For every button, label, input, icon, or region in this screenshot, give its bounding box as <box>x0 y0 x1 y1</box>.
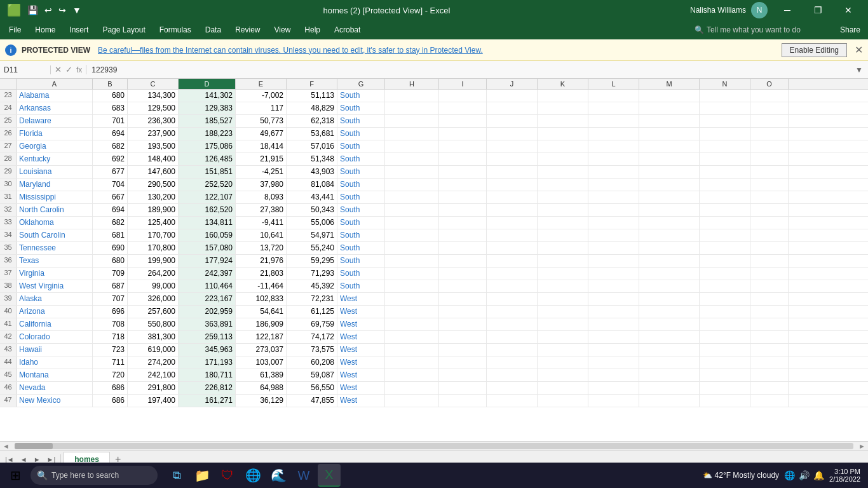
cell-n[interactable] <box>700 356 750 369</box>
cell-a[interactable]: North Carolin <box>17 204 93 216</box>
cell-d[interactable]: 151,851 <box>179 166 236 178</box>
cell-b[interactable]: 690 <box>93 242 128 254</box>
protected-view-close[interactable]: ✕ <box>855 44 863 56</box>
table-row[interactable]: 23 Alabama 680 134,300 141,302 -7,002 51… <box>0 90 868 102</box>
cell-o[interactable] <box>750 102 789 114</box>
cell-k[interactable] <box>538 293 588 305</box>
cell-h[interactable] <box>385 166 439 178</box>
h-scroll-left[interactable]: ◄ <box>0 442 12 450</box>
cell-d[interactable]: 177,924 <box>179 255 236 267</box>
col-header-f[interactable]: F <box>287 79 337 89</box>
cell-j[interactable] <box>487 280 538 292</box>
cell-e[interactable]: 27,380 <box>236 204 287 216</box>
cell-c[interactable]: 125,400 <box>128 217 179 229</box>
cell-g[interactable]: West <box>337 293 385 305</box>
cell-a[interactable]: Montana <box>17 369 93 381</box>
cell-g[interactable]: South <box>337 204 385 216</box>
cell-o[interactable] <box>750 395 789 407</box>
col-header-n[interactable]: N <box>700 79 750 89</box>
volume-icon[interactable]: 🔊 <box>799 470 810 480</box>
cell-c[interactable]: 197,400 <box>128 395 179 407</box>
cell-h[interactable] <box>385 115 439 127</box>
formula-confirm-icon[interactable]: ✓ <box>65 65 72 74</box>
cell-i[interactable] <box>439 395 487 407</box>
cell-h[interactable] <box>385 369 439 381</box>
cell-b[interactable]: 720 <box>93 369 128 381</box>
cell-i[interactable] <box>439 140 487 152</box>
mcafee-app[interactable]: 🛡 <box>216 464 239 487</box>
cell-i[interactable] <box>439 280 487 292</box>
cell-f[interactable]: 43,441 <box>287 191 337 203</box>
cell-o[interactable] <box>750 140 789 152</box>
menu-formulas[interactable]: Formulas <box>153 23 198 37</box>
cell-g[interactable]: South <box>337 140 385 152</box>
cell-n[interactable] <box>700 280 750 292</box>
cell-m[interactable] <box>639 293 700 305</box>
cell-n[interactable] <box>700 395 750 407</box>
cell-a[interactable]: Texas <box>17 255 93 267</box>
cell-m[interactable] <box>639 318 700 330</box>
cell-d[interactable]: 259,113 <box>179 331 236 343</box>
cell-e[interactable]: 54,641 <box>236 306 287 318</box>
save-quick-btn[interactable]: 💾 <box>25 4 40 17</box>
cell-f[interactable]: 53,681 <box>287 128 337 140</box>
cell-h[interactable] <box>385 229 439 241</box>
cell-k[interactable] <box>538 318 588 330</box>
cell-e[interactable]: 8,093 <box>236 191 287 203</box>
cell-j[interactable] <box>487 318 538 330</box>
cell-j[interactable] <box>487 255 538 267</box>
table-row[interactable]: 36 Texas 680 199,900 177,924 21,976 59,2… <box>0 255 868 268</box>
cell-k[interactable] <box>538 229 588 241</box>
cell-n[interactable] <box>700 268 750 280</box>
cell-f[interactable]: 51,113 <box>287 90 337 102</box>
col-header-d[interactable]: D <box>179 79 236 89</box>
cell-b[interactable]: 708 <box>93 318 128 330</box>
cell-m[interactable] <box>639 140 700 152</box>
cell-b[interactable]: 704 <box>93 179 128 191</box>
cell-m[interactable] <box>639 242 700 254</box>
cell-d[interactable]: 126,485 <box>179 153 236 165</box>
cell-f[interactable]: 59,295 <box>287 255 337 267</box>
formula-insert-function-icon[interactable]: fx <box>76 65 82 74</box>
cell-i[interactable] <box>439 306 487 318</box>
h-scroll-thumb[interactable] <box>15 443 853 449</box>
cell-m[interactable] <box>639 90 700 102</box>
cell-a[interactable]: Maryland <box>17 179 93 191</box>
cell-h[interactable] <box>385 268 439 280</box>
cell-b[interactable]: 696 <box>93 306 128 318</box>
undo-btn[interactable]: ↩ <box>43 4 54 17</box>
h-scroll-right[interactable]: ► <box>856 442 868 450</box>
cell-o[interactable] <box>750 268 789 280</box>
cell-o[interactable] <box>750 306 789 318</box>
cell-e[interactable]: 186,909 <box>236 318 287 330</box>
cell-n[interactable] <box>700 382 750 394</box>
cell-e[interactable]: -11,464 <box>236 280 287 292</box>
table-row[interactable]: 24 Arkansas 683 129,500 129,383 117 48,8… <box>0 102 868 115</box>
cell-c[interactable]: 148,400 <box>128 153 179 165</box>
cell-j[interactable] <box>487 102 538 114</box>
cell-l[interactable] <box>588 369 639 381</box>
cell-b[interactable]: 707 <box>93 293 128 305</box>
network-icon[interactable]: 🌐 <box>784 470 795 480</box>
cell-h[interactable] <box>385 280 439 292</box>
cell-i[interactable] <box>439 90 487 102</box>
table-row[interactable]: 33 Oklahoma 682 125,400 134,811 -9,411 5… <box>0 217 868 229</box>
cell-a[interactable]: Mississippi <box>17 191 93 203</box>
cell-i[interactable] <box>439 369 487 381</box>
cell-h[interactable] <box>385 344 439 356</box>
cell-b[interactable]: 694 <box>93 128 128 140</box>
menu-search[interactable]: 🔍 Tell me what you want to do <box>695 25 801 34</box>
taskbar-search[interactable]: 🔍 Type here to search <box>31 466 158 485</box>
cell-j[interactable] <box>487 356 538 369</box>
cell-a[interactable]: Virginia <box>17 268 93 280</box>
cell-m[interactable] <box>639 166 700 178</box>
table-row[interactable]: 29 Louisiana 677 147,600 151,851 -4,251 … <box>0 166 868 179</box>
cell-o[interactable] <box>750 204 789 216</box>
cell-f[interactable]: 74,172 <box>287 331 337 343</box>
cell-i[interactable] <box>439 204 487 216</box>
cell-l[interactable] <box>588 242 639 254</box>
cell-k[interactable] <box>538 90 588 102</box>
cell-g[interactable]: South <box>337 115 385 127</box>
cell-h[interactable] <box>385 255 439 267</box>
clock[interactable]: 3:10 PM 2/18/2022 <box>829 468 860 483</box>
